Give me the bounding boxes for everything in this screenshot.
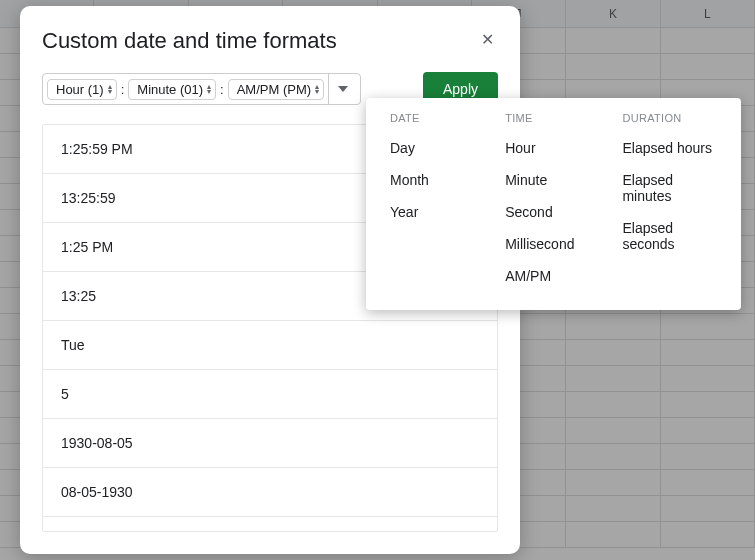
preset-format-item[interactable]: 1930-08-05 (43, 419, 497, 468)
token-dropdown: DATE Day Month Year TIME Hour Minute Sec… (366, 98, 741, 310)
token-minute[interactable]: Minute (01) ▴▾ (128, 79, 216, 100)
dropdown-item-elapsed-hours[interactable]: Elapsed hours (610, 132, 729, 164)
dropdown-item-day[interactable]: Day (378, 132, 469, 164)
preset-format-item[interactable]: Tue (43, 321, 497, 370)
dropdown-item-elapsed-seconds[interactable]: Elapsed seconds (610, 212, 729, 260)
preset-format-item[interactable]: 08-05-1930 (43, 468, 497, 517)
dropdown-header: DURATION (610, 112, 729, 132)
dropdown-item-ampm[interactable]: AM/PM (493, 260, 586, 292)
token-label: Hour (1) (56, 82, 104, 97)
dropdown-header: DATE (378, 112, 469, 132)
token-label: AM/PM (PM) (237, 82, 311, 97)
separator: : (216, 82, 228, 97)
updown-icon: ▴▾ (315, 84, 319, 94)
token-hour[interactable]: Hour (1) ▴▾ (47, 79, 117, 100)
separator: : (117, 82, 129, 97)
add-token-button[interactable] (328, 73, 356, 105)
dropdown-header: TIME (493, 112, 586, 132)
preset-format-item[interactable]: 5 (43, 370, 497, 419)
dropdown-item-millisecond[interactable]: Millisecond (493, 228, 586, 260)
dropdown-item-month[interactable]: Month (378, 164, 469, 196)
token-label: Minute (01) (137, 82, 203, 97)
dropdown-item-year[interactable]: Year (378, 196, 469, 228)
dropdown-item-second[interactable]: Second (493, 196, 586, 228)
token-editor[interactable]: Hour (1) ▴▾ : Minute (01) ▴▾ : AM/PM (PM… (42, 73, 361, 105)
dropdown-col-duration: DURATION Elapsed hours Elapsed minutes E… (598, 112, 741, 292)
dropdown-col-time: TIME Hour Minute Second Millisecond AM/P… (481, 112, 598, 292)
dropdown-item-elapsed-minutes[interactable]: Elapsed minutes (610, 164, 729, 212)
close-button[interactable]: ✕ (477, 28, 498, 52)
dropdown-item-minute[interactable]: Minute (493, 164, 586, 196)
dropdown-item-hour[interactable]: Hour (493, 132, 586, 164)
updown-icon: ▴▾ (207, 84, 211, 94)
token-ampm[interactable]: AM/PM (PM) ▴▾ (228, 79, 324, 100)
updown-icon: ▴▾ (108, 84, 112, 94)
dropdown-col-date: DATE Day Month Year (366, 112, 481, 292)
dialog-title: Custom date and time formats (42, 28, 337, 54)
chevron-down-icon (338, 86, 348, 92)
close-icon: ✕ (481, 31, 494, 48)
